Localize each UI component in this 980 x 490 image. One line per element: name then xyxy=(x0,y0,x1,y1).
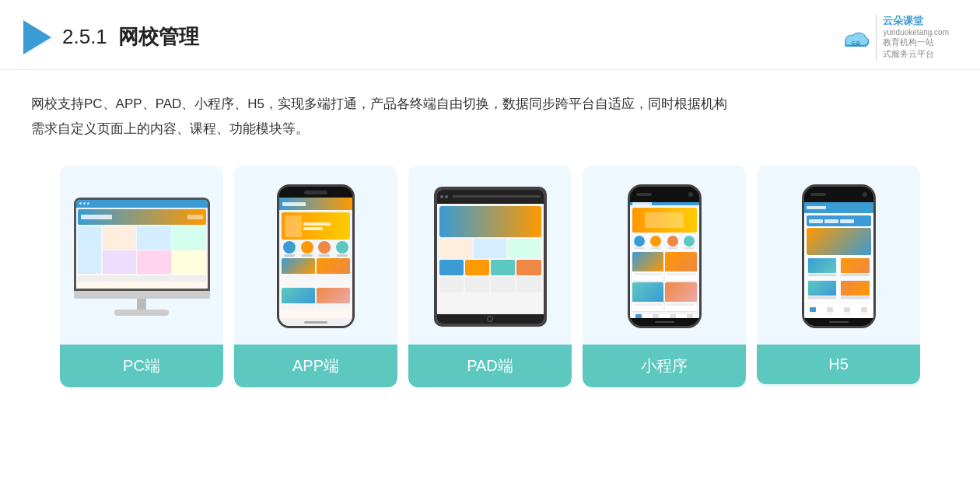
card-miniprogram: 小程序 xyxy=(583,166,746,387)
card-app: APP端 xyxy=(234,166,397,387)
card-h5: H5 xyxy=(757,166,920,387)
card-miniprogram-label: 小程序 xyxy=(583,345,746,387)
miniprogram-phone-mockup xyxy=(628,184,702,328)
card-pc-image xyxy=(60,166,223,345)
card-app-image xyxy=(234,166,397,345)
card-app-label: APP端 xyxy=(234,345,397,387)
pad-tablet-mockup xyxy=(434,187,547,327)
card-pad: PAD端 xyxy=(408,166,572,387)
brand-logo: 云朵 云朵课堂 yunduoketang.com 教育机构一站 式服务云平台 xyxy=(840,14,949,60)
title-bold: 网校管理 xyxy=(118,25,199,48)
app-phone-mockup xyxy=(277,184,355,328)
logo-triangle-icon xyxy=(23,20,51,54)
header: 2.5.1 网校管理 云朵 云朵课堂 yunduoketang.com xyxy=(0,0,980,70)
card-h5-label: H5 xyxy=(757,345,920,384)
h5-phone-mockup xyxy=(802,184,876,328)
section-number: 2.5.1 xyxy=(62,25,107,48)
card-h5-image xyxy=(757,166,920,345)
card-pc: PC端 xyxy=(60,166,223,387)
brand-area: 云朵 云朵课堂 yunduoketang.com 教育机构一站 式服务云平台 xyxy=(840,14,949,60)
brand-name: 云朵课堂 xyxy=(883,14,949,28)
header-left: 2.5.1 网校管理 xyxy=(23,20,199,54)
cloud-icon: 云朵 xyxy=(840,22,871,53)
description-block: 网校支持PC、APP、PAD、小程序、H5，实现多端打通，产品各终端自由切换，数… xyxy=(0,70,980,150)
pc-mockup xyxy=(74,198,210,316)
description-line1: 网校支持PC、APP、PAD、小程序、H5，实现多端打通，产品各终端自由切换，数… xyxy=(31,96,727,111)
card-miniprogram-image xyxy=(583,166,746,345)
description-line2: 需求自定义页面上的内容、课程、功能模块等。 xyxy=(31,121,309,136)
brand-tagline: 教育机构一站 式服务云平台 xyxy=(883,37,949,60)
brand-url: yunduoketang.com xyxy=(883,28,949,37)
cards-section: PC端 xyxy=(0,150,980,403)
card-pc-label: PC端 xyxy=(60,345,223,387)
brand-text: 云朵课堂 yunduoketang.com 教育机构一站 式服务云平台 xyxy=(876,14,949,60)
page-title: 2.5.1 网校管理 xyxy=(62,23,199,51)
card-pad-image xyxy=(408,166,572,345)
card-pad-label: PAD端 xyxy=(408,345,572,387)
svg-text:云朵: 云朵 xyxy=(851,40,861,45)
